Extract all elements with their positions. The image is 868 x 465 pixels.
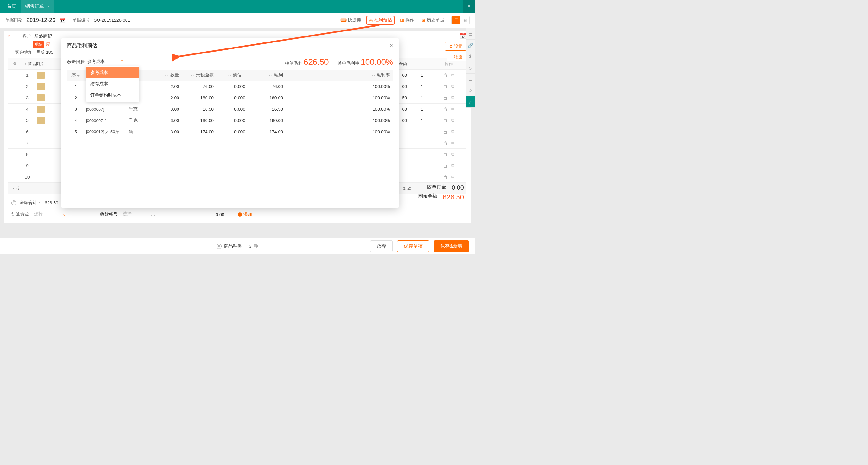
delete-icon[interactable]: 🗑 xyxy=(443,129,447,134)
target-icon: ◎ xyxy=(369,18,373,23)
order-no-label: 单据编号 xyxy=(72,17,90,23)
delete-icon[interactable]: 🗑 xyxy=(443,84,447,89)
delete-icon[interactable]: 🗑 xyxy=(443,175,447,180)
settle-label: 结算方式 xyxy=(11,212,29,217)
abandon-button[interactable]: 放弃 xyxy=(370,240,393,252)
calendar-icon[interactable]: 📅 xyxy=(59,17,65,23)
modal-title: 商品毛利预估 xyxy=(67,42,97,49)
copy-icon[interactable]: ⧉ xyxy=(451,106,455,112)
view-list-icon[interactable]: ☰ xyxy=(452,17,460,24)
copy-icon[interactable]: ⧉ xyxy=(451,84,455,89)
delete-icon[interactable]: 🗑 xyxy=(443,163,447,168)
calendar-icon[interactable]: 📅 xyxy=(460,32,466,39)
row-index: 10 xyxy=(21,175,34,180)
table-row: 3[0000007]千克3.0016.500.00016.50100.00% xyxy=(67,103,393,115)
pay-now-tag: 现结 xyxy=(33,41,44,48)
cell-est: 0.000 xyxy=(220,95,251,100)
col-index[interactable]: 序号 xyxy=(67,72,85,78)
gear-icon: ⚙ xyxy=(449,44,453,49)
delete-icon[interactable]: 🗑 xyxy=(443,118,447,123)
rail-star-icon[interactable]: ☆ xyxy=(466,85,474,96)
cell-qty: 3.00 xyxy=(151,118,185,123)
col-qty[interactable]: 数量 xyxy=(170,72,179,78)
row-index: 4 xyxy=(21,107,34,112)
row-qty: 1 xyxy=(412,84,432,89)
dropdown-option[interactable]: 订单签约时成本 xyxy=(86,90,140,101)
history-button[interactable]: 🗎历史单据 xyxy=(419,16,446,24)
delete-icon[interactable]: 🗑 xyxy=(443,152,447,157)
tab-home[interactable]: 首页 xyxy=(2,0,21,12)
chevron-down-icon: ⌄ xyxy=(62,211,66,216)
product-thumb xyxy=(37,117,45,124)
ref-indicator-select[interactable]: 参考成本 ⌃ 参考成本 结存成本 订单签约时成本 xyxy=(86,58,143,66)
ref-selected-value: 参考成本 xyxy=(87,59,105,64)
kinds-value: 5 xyxy=(249,244,251,249)
operate-button[interactable]: ▦操作 xyxy=(398,16,416,24)
row-index: 2 xyxy=(21,84,34,89)
close-icon[interactable]: × xyxy=(47,4,50,9)
date-label: 单据日期 xyxy=(5,17,23,23)
profit-estimate-button[interactable]: ◎毛利预估 xyxy=(366,16,395,25)
total-rate-value: 100.00% xyxy=(361,57,393,67)
rail-user-icon[interactable]: ☺ xyxy=(466,62,474,73)
add-button[interactable]: + 添加 xyxy=(238,212,252,217)
tab-sales-order[interactable]: 销售订单 × xyxy=(21,0,54,12)
copy-icon[interactable]: ⧉ xyxy=(451,140,455,146)
dropdown-option[interactable]: 结存成本 xyxy=(86,78,140,90)
product-thumb xyxy=(37,83,45,90)
account-select[interactable]: 选择...… xyxy=(122,211,181,218)
rail-link-icon[interactable]: 🔗 xyxy=(466,40,474,51)
save-draft-button[interactable]: 保存草稿 xyxy=(397,240,429,252)
doc-header: 单据日期 2019-12-26 📅 单据编号 SO-20191226-001 ⌨… xyxy=(0,12,474,28)
delete-icon[interactable]: 🗑 xyxy=(443,107,447,112)
cell-qty: 2.00 xyxy=(151,95,185,100)
customer-label: 客户 xyxy=(11,34,31,39)
account-amount[interactable]: 0.00 xyxy=(216,212,224,217)
copy-icon[interactable]: ⧉ xyxy=(451,129,455,134)
close-icon[interactable]: × xyxy=(390,42,393,49)
dropdown-option[interactable]: 参考成本 xyxy=(86,67,140,78)
cell-index: 5 xyxy=(67,129,85,134)
settings-button[interactable]: ⚙设置 xyxy=(445,42,466,51)
view-grid-icon[interactable]: ▦ xyxy=(460,17,469,24)
col-net[interactable]: 无税金额 xyxy=(196,72,214,78)
rail-expand-icon[interactable]: ⤢ xyxy=(466,96,474,107)
table-row: 5[0000012] 大 50斤箱3.00174.000.000174.0010… xyxy=(67,126,393,137)
copy-icon[interactable]: ⧉ xyxy=(451,72,455,78)
cell-profit: 76.00 xyxy=(251,84,292,89)
settle-placeholder: 选择... xyxy=(34,211,46,217)
rail-money-icon[interactable]: ＄ xyxy=(466,51,474,62)
copy-icon[interactable]: ⧉ xyxy=(451,174,455,180)
delete-icon[interactable]: 🗑 xyxy=(443,141,447,146)
ref-indicator-label: 参考指标 xyxy=(67,59,85,65)
col-profit[interactable]: 毛利 xyxy=(274,72,283,78)
cell-index: 1 xyxy=(67,84,85,89)
cell-name: [0000012] 大 50斤 xyxy=(85,129,129,135)
cell-rate: 100.00% xyxy=(292,107,393,112)
order-no-value: SO-20191226-001 xyxy=(94,18,130,23)
delete-icon[interactable]: 🗑 xyxy=(443,95,447,100)
col-rate[interactable]: 毛利率 xyxy=(377,72,390,78)
rail-note-icon[interactable]: ▤ xyxy=(466,28,474,40)
rail-card-icon[interactable]: ▭ xyxy=(466,73,474,85)
gear-icon[interactable]: ⚙ xyxy=(8,61,21,66)
shortcut-button[interactable]: ⌨快捷键 xyxy=(338,16,363,24)
copy-icon[interactable]: ⧉ xyxy=(451,152,455,157)
logistics-button[interactable]: + 物流 xyxy=(446,53,466,61)
copy-icon[interactable]: ⧉ xyxy=(451,163,455,168)
delete-icon[interactable]: 🗑 xyxy=(443,73,447,78)
copy-icon[interactable]: ⧉ xyxy=(451,95,455,100)
col-image[interactable]: 商品图片 xyxy=(28,61,44,67)
customer-value[interactable]: 新盛商贸 xyxy=(34,34,52,39)
col-amount[interactable]: 金额 xyxy=(399,61,407,66)
date-value[interactable]: 2019-12-26 xyxy=(26,17,55,24)
addr-value[interactable]: 里斯 185 xyxy=(36,50,53,55)
cell-index: 3 xyxy=(67,107,85,112)
tabbar-close-icon[interactable]: × xyxy=(463,0,474,12)
settle-select[interactable]: 选择...⌄ xyxy=(33,211,91,218)
copy-icon[interactable]: ⧉ xyxy=(451,118,455,123)
product-thumb xyxy=(37,106,45,113)
save-new-button[interactable]: 保存&新增 xyxy=(434,240,469,252)
cell-profit: 180.00 xyxy=(251,95,292,100)
col-est[interactable]: 预估... xyxy=(232,72,245,78)
